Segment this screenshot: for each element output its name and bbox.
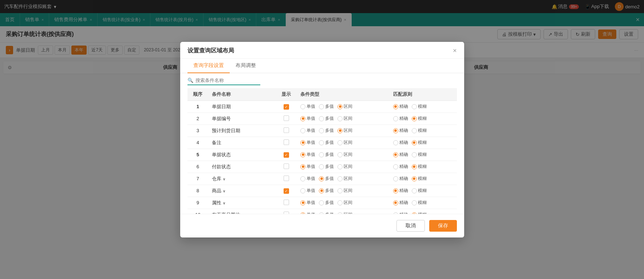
tab-query-fields-label: 查询字段设置 [193, 62, 224, 68]
modal-header: 设置查询区域布局 × [180, 42, 464, 59]
modal-overlay: 设置查询区域布局 × 查询字段设置 布局调整 🔍 顺序 [0, 0, 644, 77]
modal-title: 设置查询区域布局 [187, 47, 234, 55]
tab-layout-adjust[interactable]: 布局调整 [230, 59, 262, 73]
modal-close-button[interactable]: × [453, 47, 457, 54]
tab-query-fields[interactable]: 查询字段设置 [187, 59, 230, 73]
settings-modal: 设置查询区域布局 × 查询字段设置 布局调整 🔍 顺序 [180, 42, 464, 78]
modal-tabs: 查询字段设置 布局调整 [180, 59, 464, 73]
tab-layout-adjust-label: 布局调整 [236, 62, 256, 68]
modal-search-area: 🔍 [180, 73, 464, 78]
